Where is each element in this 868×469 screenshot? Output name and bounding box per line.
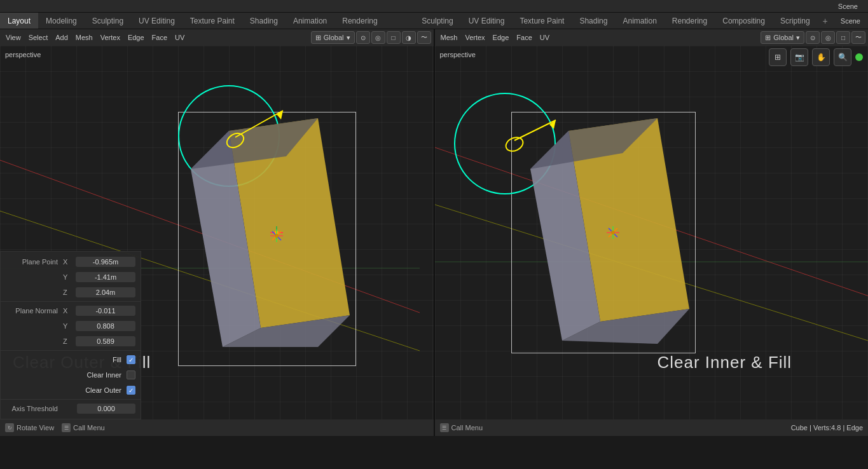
props-divider-3 bbox=[1, 399, 141, 400]
tab-shading-2[interactable]: Shading bbox=[572, 13, 615, 29]
xray-btn-right[interactable]: □ bbox=[836, 31, 850, 44]
view-options-left[interactable]: 〜 bbox=[417, 31, 431, 44]
clear-inner-checkbox[interactable] bbox=[127, 370, 135, 379]
left-viewport-toolbar: View Select Add Mesh Vertex Edge Face UV… bbox=[0, 29, 434, 46]
call-menu-btn-left[interactable]: ☰ Call Menu bbox=[62, 423, 105, 432]
plane-normal-x-row: Plane Normal X -0.011 bbox=[1, 303, 141, 318]
transform-chevron-right: ▾ bbox=[796, 34, 800, 42]
tab-shading[interactable]: Shading bbox=[242, 13, 286, 29]
left-bottom-bar: ↻ Rotate View ☰ Call Menu bbox=[0, 419, 434, 436]
menu-mesh-left[interactable]: Mesh bbox=[72, 32, 96, 43]
plane-normal-z-row: Z 0.589 bbox=[1, 334, 141, 349]
bisect-arrow-left bbox=[178, 86, 305, 188]
menu-add-left[interactable]: Add bbox=[52, 32, 71, 43]
left-viewport[interactable]: View Select Add Mesh Vertex Edge Face UV… bbox=[0, 29, 434, 436]
status-text-right: Cube | Verts:4.8 | Edge bbox=[791, 424, 863, 432]
tab-uv-editing-2[interactable]: UV Editing bbox=[461, 13, 513, 29]
transform-label-left: ⊞ bbox=[315, 34, 321, 42]
plane-normal-z-value[interactable]: 0.589 bbox=[76, 336, 135, 346]
plane-normal-label: Plane Normal bbox=[6, 307, 63, 315]
tab-sculpting[interactable]: Sculpting bbox=[85, 13, 131, 29]
right-viewport[interactable]: Mesh Vertex Edge Face UV ⊞ Global ▾ ⊙ ◎ … bbox=[434, 29, 869, 436]
menu-vertex-left[interactable]: Vertex bbox=[97, 32, 123, 43]
menu-view-left[interactable]: View bbox=[3, 32, 24, 43]
camera-gizmo-btn[interactable]: 📷 bbox=[790, 48, 808, 66]
tab-texture-paint-2[interactable]: Texture Paint bbox=[512, 13, 572, 29]
menu-select-left[interactable]: Select bbox=[25, 32, 52, 43]
right-viewport-toolbar: Mesh Vertex Edge Face UV ⊞ Global ▾ ⊙ ◎ … bbox=[435, 29, 869, 46]
svg-line-21 bbox=[514, 120, 556, 140]
transform-dropdown-right[interactable]: ⊞ Global ▾ bbox=[761, 31, 804, 44]
tab-scripting[interactable]: Scripting bbox=[773, 13, 818, 29]
bisect-arrow-right bbox=[451, 90, 578, 194]
tab-rendering[interactable]: Rendering bbox=[334, 13, 385, 29]
axis-threshold-value[interactable]: 0.000 bbox=[77, 404, 135, 414]
menu-edge-right[interactable]: Edge bbox=[490, 32, 513, 43]
search-gizmo-btn[interactable]: 🔍 bbox=[834, 48, 851, 66]
menu-edge-left[interactable]: Edge bbox=[125, 32, 148, 43]
transform-chevron-left: ▾ bbox=[347, 34, 350, 42]
menu-vertex-right[interactable]: Vertex bbox=[462, 32, 488, 43]
tab-modeling[interactable]: Modeling bbox=[38, 13, 85, 29]
call-menu-icon-left: ☰ bbox=[62, 423, 71, 432]
props-divider-2 bbox=[1, 350, 141, 351]
clear-inner-row: Clear Inner bbox=[1, 367, 141, 383]
transform-dropdown-left[interactable]: ⊞ Global ▾ bbox=[311, 31, 355, 44]
tab-rendering-2[interactable]: Rendering bbox=[665, 13, 715, 29]
plane-point-z-label: Z bbox=[63, 289, 76, 296]
grid-gizmo-btn[interactable]: ⊞ bbox=[769, 48, 787, 66]
window-title: Scene bbox=[838, 3, 858, 10]
title-bar: Scene bbox=[0, 0, 868, 13]
menu-uv-right[interactable]: UV bbox=[537, 32, 553, 43]
svg-point-32 bbox=[611, 231, 615, 234]
status-dot bbox=[855, 53, 863, 61]
plane-normal-x-label: X bbox=[63, 307, 76, 315]
clear-outer-label: Clear Outer bbox=[85, 386, 121, 394]
menu-uv-left[interactable]: UV bbox=[172, 32, 188, 43]
viewports-container: View Select Add Mesh Vertex Edge Face UV… bbox=[0, 29, 868, 436]
plane-normal-y-row: Y 0.808 bbox=[1, 318, 141, 334]
perspective-label-left: perspective bbox=[5, 51, 41, 58]
viewport-shading-right[interactable]: 〜 bbox=[851, 31, 865, 44]
axis-threshold-label: Axis Threshold bbox=[6, 405, 63, 412]
overlay-btn-right[interactable]: ◎ bbox=[821, 31, 835, 44]
clear-outer-checkbox[interactable] bbox=[127, 386, 135, 395]
fill-checkbox[interactable] bbox=[127, 355, 135, 364]
tab-animation-2[interactable]: Animation bbox=[615, 13, 664, 29]
plane-point-z-value[interactable]: 2.04m bbox=[76, 287, 135, 297]
hand-gizmo-btn[interactable]: ✋ bbox=[812, 48, 830, 66]
tab-animation[interactable]: Animation bbox=[286, 13, 334, 29]
call-menu-label-left: Call Menu bbox=[73, 424, 105, 432]
overlay-btn-left[interactable]: ◎ bbox=[371, 31, 385, 44]
tab-layout[interactable]: Layout bbox=[0, 13, 38, 29]
transform-value-right: Global bbox=[773, 34, 794, 41]
plane-normal-z-label: Z bbox=[63, 337, 76, 345]
call-menu-btn-right[interactable]: ☰ Call Menu bbox=[440, 423, 483, 432]
plane-point-y-row: Y -1.41m bbox=[1, 269, 141, 285]
gizmo-panel: ⊞ 📷 ✋ 🔍 bbox=[769, 48, 863, 66]
snap-btn-right[interactable]: ⊙ bbox=[806, 31, 820, 44]
tab-sculpting-2[interactable]: Sculpting bbox=[414, 13, 460, 29]
menu-face-left[interactable]: Face bbox=[149, 32, 170, 43]
plane-normal-y-label: Y bbox=[63, 322, 76, 330]
plane-point-y-value[interactable]: -1.41m bbox=[76, 272, 135, 282]
rotate-view-label-left: Rotate View bbox=[17, 424, 54, 432]
svg-point-17 bbox=[275, 234, 279, 238]
add-tab-button[interactable]: + bbox=[818, 13, 833, 29]
tab-uv-editing[interactable]: UV Editing bbox=[131, 13, 183, 29]
rotate-view-btn-left[interactable]: ↻ Rotate View bbox=[5, 423, 54, 432]
menu-face-right[interactable]: Face bbox=[513, 32, 535, 43]
menu-mesh-right[interactable]: Mesh bbox=[437, 32, 461, 43]
plane-point-x-value[interactable]: -0.965m bbox=[76, 257, 135, 267]
tab-compositing[interactable]: Compositing bbox=[715, 13, 773, 29]
snap-btn-left[interactable]: ⊙ bbox=[356, 31, 370, 44]
tab-texture-paint[interactable]: Texture Paint bbox=[183, 13, 242, 29]
clear-inner-label: Clear Inner bbox=[87, 371, 121, 379]
plane-normal-y-value[interactable]: 0.808 bbox=[76, 321, 135, 331]
scene-selector[interactable]: Scene bbox=[838, 16, 863, 26]
xray-btn-left[interactable]: □ bbox=[387, 31, 401, 44]
viewport-shading-left[interactable]: ◑ bbox=[402, 31, 416, 44]
perspective-label-right: perspective bbox=[440, 51, 476, 58]
plane-point-x-label: X bbox=[63, 258, 76, 266]
plane-normal-x-value[interactable]: -0.011 bbox=[76, 306, 135, 316]
